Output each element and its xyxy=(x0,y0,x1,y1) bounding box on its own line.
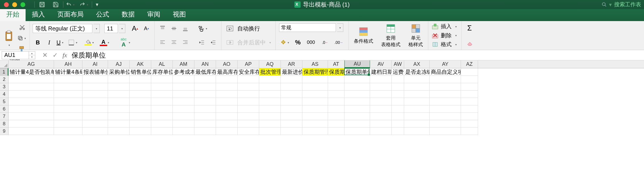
cell-AW4[interactable] xyxy=(392,91,404,98)
cell-AQ6[interactable] xyxy=(259,105,281,113)
cell-AV6[interactable] xyxy=(370,105,392,113)
cell-AH7[interactable] xyxy=(54,113,82,120)
cell-AL8[interactable] xyxy=(151,120,173,128)
cell-AG1[interactable]: 辅计量4是否包装单位 xyxy=(9,68,54,76)
cell-AL9[interactable] xyxy=(151,128,173,135)
cell-AO1[interactable]: 最高库存 xyxy=(216,68,238,76)
cell-AO3[interactable] xyxy=(216,83,238,91)
col-header-AM[interactable]: AM xyxy=(173,60,194,68)
col-header-AH[interactable]: AH xyxy=(54,60,82,68)
cell-AI1[interactable]: 报表辅单位 xyxy=(82,68,108,76)
cell-AH9[interactable] xyxy=(54,128,82,135)
save-icon[interactable] xyxy=(49,1,63,9)
cell-AQ8[interactable] xyxy=(259,120,281,128)
clear-button[interactable] xyxy=(464,38,475,48)
paste-button[interactable]: ▾ xyxy=(2,29,16,47)
cell-AR1[interactable]: 最新进价 xyxy=(281,68,302,76)
cell-AS4[interactable] xyxy=(302,91,328,98)
cell-AY9[interactable] xyxy=(430,128,461,135)
col-header-AN[interactable]: AN xyxy=(194,60,216,68)
orientation-button[interactable]: ab▾ xyxy=(197,23,210,34)
close-window-button[interactable] xyxy=(4,2,9,7)
currency-button[interactable]: ❖▾ xyxy=(279,37,292,48)
cell-AX3[interactable] xyxy=(404,83,430,91)
cell-AJ7[interactable] xyxy=(108,113,130,120)
col-header-AG[interactable]: AG xyxy=(9,60,54,68)
align-middle-button[interactable] xyxy=(169,23,179,34)
redo-button[interactable]: ▾ xyxy=(78,1,91,9)
cell-AP8[interactable] xyxy=(238,120,259,128)
cell-AO7[interactable] xyxy=(216,113,238,120)
col-header-AK[interactable]: AK xyxy=(130,60,151,68)
row-header-6[interactable]: 6 xyxy=(0,105,9,113)
fx-icon[interactable]: fx xyxy=(60,52,69,59)
cell-AZ7[interactable] xyxy=(461,113,478,120)
cell-AI3[interactable] xyxy=(82,83,108,91)
cell-AQ2[interactable] xyxy=(259,76,281,83)
cell-AN1[interactable]: 最低库存 xyxy=(194,68,216,76)
cell-AK5[interactable] xyxy=(130,98,151,105)
cell-AN4[interactable] xyxy=(194,91,216,98)
align-center-button[interactable] xyxy=(169,37,179,48)
cell-AR8[interactable] xyxy=(281,120,302,128)
percent-button[interactable]: % xyxy=(293,37,303,48)
col-header-AT[interactable]: AT xyxy=(328,60,344,68)
cell-AI7[interactable] xyxy=(82,113,108,120)
align-bottom-button[interactable] xyxy=(180,23,190,34)
cell-AT2[interactable] xyxy=(328,76,344,83)
cell-AK8[interactable] xyxy=(130,120,151,128)
cell-AK9[interactable] xyxy=(130,128,151,135)
cell-AL6[interactable] xyxy=(151,105,173,113)
cell-AP7[interactable] xyxy=(238,113,259,120)
zoom-window-button[interactable] xyxy=(20,2,25,7)
enter-formula-button[interactable]: ✓ xyxy=(50,52,60,59)
cell-AR7[interactable] xyxy=(281,113,302,120)
cell-AL4[interactable] xyxy=(151,91,173,98)
cell-AK1[interactable]: 销售单位 xyxy=(130,68,151,76)
cell-AI4[interactable] xyxy=(82,91,108,98)
cell-AW3[interactable] xyxy=(392,83,404,91)
cell-AH2[interactable] xyxy=(54,76,82,83)
row-header-1[interactable]: 1 xyxy=(0,68,9,76)
cell-AW2[interactable] xyxy=(392,76,404,83)
cell-AP3[interactable] xyxy=(238,83,259,91)
cell-AM3[interactable] xyxy=(173,83,194,91)
underline-button[interactable]: U▾ xyxy=(55,37,66,48)
col-header-AO[interactable]: AO xyxy=(216,60,238,68)
cell-AZ9[interactable] xyxy=(461,128,478,135)
increase-indent-button[interactable] xyxy=(208,37,218,48)
tab-3[interactable]: 公式 xyxy=(90,8,115,21)
cell-AY6[interactable] xyxy=(430,105,461,113)
cell-AN5[interactable] xyxy=(194,98,216,105)
cell-AK6[interactable] xyxy=(130,105,151,113)
cell-AX7[interactable] xyxy=(404,113,430,120)
cell-AY1[interactable]: 商品自定义项 xyxy=(430,68,461,76)
cell-AV1[interactable]: 建档日期 xyxy=(370,68,392,76)
cell-AN2[interactable] xyxy=(194,76,216,83)
tab-0[interactable]: 开始 xyxy=(0,8,26,21)
cell-AL2[interactable] xyxy=(151,76,173,83)
cell-AS2[interactable] xyxy=(302,76,328,83)
tab-4[interactable]: 数据 xyxy=(115,8,141,21)
cell-AG4[interactable] xyxy=(9,91,54,98)
decrease-indent-button[interactable] xyxy=(197,37,207,48)
cell-AZ1[interactable] xyxy=(461,68,478,76)
cell-AS9[interactable] xyxy=(302,128,328,135)
row-header-8[interactable]: 8 xyxy=(0,120,9,128)
table-format-button[interactable]: 套用 表格格式 xyxy=(379,23,402,48)
cell-AM5[interactable] xyxy=(173,98,194,105)
cell-AT9[interactable] xyxy=(328,128,344,135)
cell-AT5[interactable] xyxy=(328,98,344,105)
cell-AI6[interactable] xyxy=(82,105,108,113)
phonetic-button[interactable]: abcA▾ xyxy=(116,37,132,48)
cell-AG2[interactable] xyxy=(9,76,54,83)
cell-AU7[interactable] xyxy=(344,113,370,120)
cell-AT1[interactable]: 保质期 xyxy=(328,68,344,76)
cell-AX8[interactable] xyxy=(404,120,430,128)
cell-AY3[interactable] xyxy=(430,83,461,91)
cell-AS8[interactable] xyxy=(302,120,328,128)
cell-AQ5[interactable] xyxy=(259,98,281,105)
cell-AO6[interactable] xyxy=(216,105,238,113)
cell-AY7[interactable] xyxy=(430,113,461,120)
cell-AZ5[interactable] xyxy=(461,98,478,105)
